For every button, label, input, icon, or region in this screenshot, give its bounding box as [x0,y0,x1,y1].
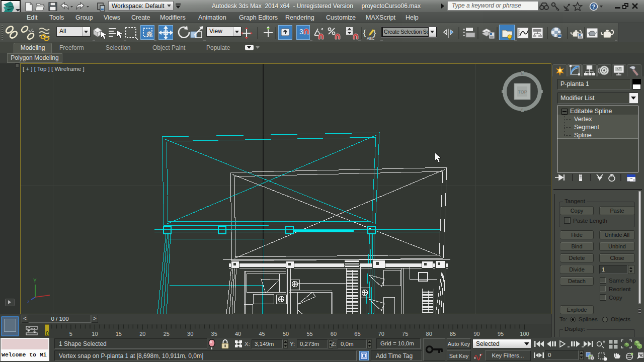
svg-text:5: 5 [69,331,72,337]
svg-text:70: 70 [378,331,384,337]
svg-text:75: 75 [402,331,408,337]
svg-text:?: ? [592,4,596,10]
svg-text:90: 90 [473,331,479,337]
svg-text:55: 55 [306,331,312,337]
svg-text:95: 95 [498,331,504,337]
svg-text:{: { [363,28,366,37]
svg-text:10: 10 [92,331,98,337]
svg-text:40: 40 [235,331,241,337]
svg-text:45: 45 [259,331,265,337]
svg-text:15: 15 [116,331,122,337]
svg-text:85: 85 [450,331,456,337]
svg-text:35: 35 [211,331,217,337]
svg-text:50: 50 [283,331,289,337]
svg-text:80: 80 [426,331,432,337]
svg-text:TOP: TOP [518,89,527,95]
svg-text:z: z [27,299,30,304]
svg-text:}: } [373,28,376,37]
svg-text:100: 100 [520,331,529,337]
svg-text:S: S [521,108,524,112]
svg-text:ABC: ABC [367,36,375,41]
svg-text:25: 25 [164,331,170,337]
svg-text:60: 60 [331,331,337,337]
svg-text:30: 30 [187,331,193,337]
svg-text:Y: Y [33,278,37,284]
svg-text:3: 3 [299,28,303,36]
svg-text:N: N [521,72,523,75]
svg-text:65: 65 [354,331,360,337]
svg-text:20: 20 [139,331,145,337]
